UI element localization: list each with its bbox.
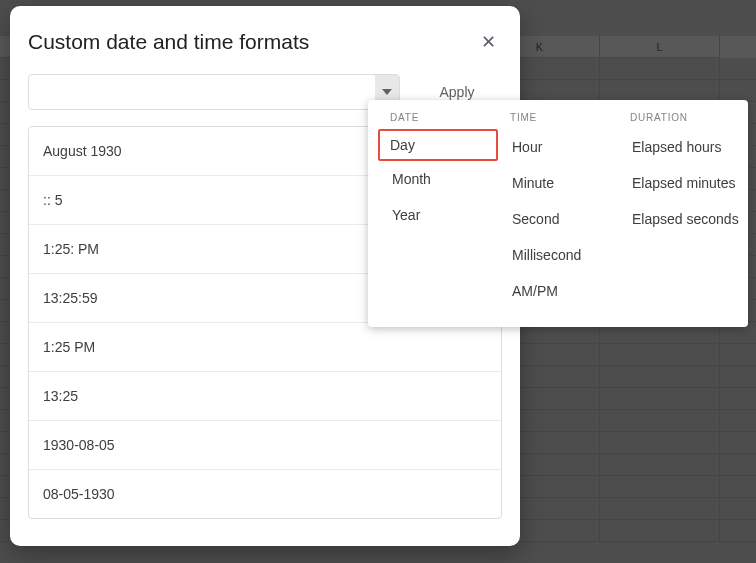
dropdown-option[interactable]: Millisecond — [498, 237, 618, 273]
dropdown-option[interactable]: Day — [378, 129, 498, 161]
dropdown-column-header: DATE — [378, 112, 498, 129]
close-icon: ✕ — [481, 31, 496, 53]
dropdown-column: TIMEHourMinuteSecondMillisecondAM/PM — [498, 112, 618, 309]
dialog-header: Custom date and time formats ✕ — [28, 28, 502, 56]
dialog-title: Custom date and time formats — [28, 30, 309, 54]
format-example-item[interactable]: 13:25 — [29, 372, 501, 421]
dropdown-option[interactable]: Minute — [498, 165, 618, 201]
format-input[interactable] — [29, 75, 375, 109]
close-button[interactable]: ✕ — [474, 28, 502, 56]
dropdown-option[interactable]: Second — [498, 201, 618, 237]
dropdown-option[interactable]: Elapsed hours — [618, 129, 738, 165]
format-example-item[interactable]: 1930-08-05 — [29, 421, 501, 470]
dropdown-option[interactable]: Year — [378, 197, 498, 233]
dropdown-option[interactable]: Elapsed seconds — [618, 201, 738, 237]
dropdown-column: DURATIONElapsed hoursElapsed minutesElap… — [618, 112, 738, 309]
chevron-down-icon — [382, 89, 392, 95]
dropdown-option[interactable]: AM/PM — [498, 273, 618, 309]
dropdown-option[interactable]: Month — [378, 161, 498, 197]
dropdown-column: DATEDayMonthYear — [378, 112, 498, 309]
dropdown-column-header: TIME — [498, 112, 618, 129]
dropdown-option[interactable]: Hour — [498, 129, 618, 165]
format-input-wrap — [28, 74, 400, 110]
format-example-item[interactable]: 08-05-1930 — [29, 470, 501, 518]
dropdown-column-header: DURATION — [618, 112, 738, 129]
format-parts-dropdown: DATEDayMonthYearTIMEHourMinuteSecondMill… — [368, 100, 748, 327]
dropdown-option[interactable]: Elapsed minutes — [618, 165, 738, 201]
format-example-item[interactable]: 1:25 PM — [29, 323, 501, 372]
